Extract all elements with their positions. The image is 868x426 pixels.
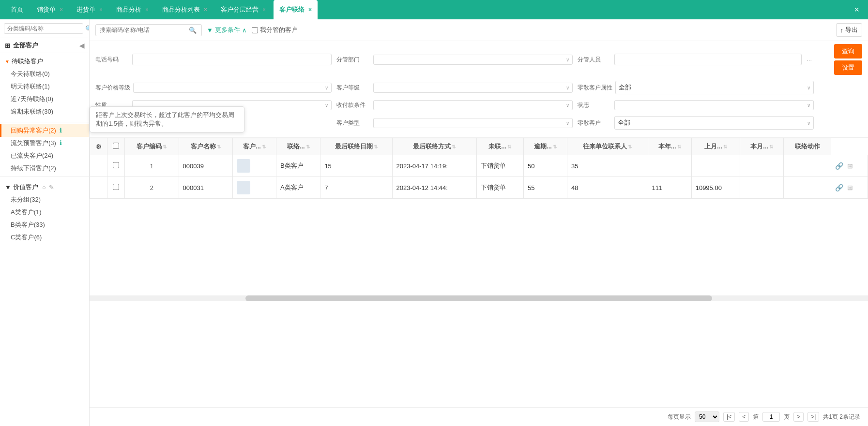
horizontal-scrollbar[interactable] [90,295,868,301]
sidebar-item-7days[interactable]: 近7天待联络(0) [0,93,89,105]
filter-phone-input[interactable] [132,54,332,65]
sidebar-item-class-c[interactable]: C类客户(6) [0,231,89,244]
row2-method[interactable]: 下销货单 [481,184,506,191]
nav-tab-customer-tier[interactable]: 客户分层经营 × [215,0,272,19]
sidebar-item-churned[interactable]: 已流失客户(24) [0,149,89,162]
filter-retail-customer-select[interactable]: 全部 ∨ [614,116,814,130]
row1-method[interactable]: 下销货单 [481,162,506,169]
settings-button[interactable]: 设置 [834,60,862,75]
filter-payment-label: 收付款条件 [336,101,370,109]
filter-retail-customer-label: 零散客户 [578,119,611,127]
search-bar-icon[interactable]: 🔍 [189,27,197,34]
filter-cell-retail-customer: 零散客户 全部 ∨ [578,116,814,130]
row2-grid-icon[interactable]: ⊞ [847,184,853,191]
nav-tab-sales-close[interactable]: × [60,6,63,13]
sidebar-all-customers[interactable]: ⊞ 全部客户 ◀ [0,38,89,53]
nav-tab-analysis[interactable]: 商品分析 × [110,0,154,19]
filter-cell-retail-attr: 零散客户属性 全部 ∨ [578,81,814,94]
th-code-sort-icon[interactable]: ⇅ [163,144,167,149]
sidebar-item-unclassified[interactable]: 未分组(32) [0,193,89,206]
filter-manager-input[interactable] [614,54,802,65]
row2-link-icon[interactable]: 🔗 [835,184,843,191]
window-close-button[interactable]: × [850,5,863,15]
per-page-select[interactable]: 50 100 [695,411,719,422]
th-contact-count-label: 联络... [287,142,305,151]
th-overdue-sort-icon[interactable]: ⇅ [553,144,557,149]
nav-tab-purchase[interactable]: 进货单 × [71,0,108,19]
search-input[interactable] [100,27,187,33]
sidebar-item-churn-warning[interactable]: 流失预警客户(3) ℹ [0,137,89,149]
export-button[interactable]: ↑ 导出 [836,23,863,37]
th-method-sort-icon[interactable]: ⇅ [452,144,456,149]
td-overdue-2: 48 [567,177,648,199]
value-group-edit2-icon[interactable]: ✎ [49,184,54,191]
row1-grid-icon[interactable]: ⊞ [847,162,853,170]
th-contact-sort-icon[interactable]: ⇅ [306,144,310,149]
row2-checkbox[interactable] [113,184,119,190]
per-page-label: 每页显示 [668,413,691,421]
filter-cell-price-grade: 客户价格等级 ∨ [95,83,332,93]
filter-retail-attr-select[interactable]: 全部 ∨ [615,81,814,94]
row2-overdue: 48 [571,184,578,191]
sidebar-item-class-b[interactable]: B类客户(33) [0,219,89,231]
select-all-checkbox[interactable] [113,143,119,149]
sidebar-item-overdue[interactable]: 逾期未联络(30) [0,105,89,118]
query-button[interactable]: 查询 [834,44,862,59]
th-uncontacted-sort-icon[interactable]: ⇅ [507,144,511,149]
td-overdue-1: 35 [567,155,648,177]
sidebar-item-class-a-label: A类客户(1) [11,208,42,216]
nav-tab-analysis-close[interactable]: × [145,6,149,13]
filter-payment-select[interactable]: ∨ [373,100,573,110]
filter-customer-type-select[interactable]: ∨ [373,118,573,128]
filter-price-grade-select[interactable]: ∨ [133,83,332,93]
sidebar-item-class-a[interactable]: A类客户(1) [0,206,89,219]
sidebar-search-input[interactable] [4,23,83,34]
nav-tab-sales[interactable]: 销货单 × [31,0,69,19]
nav-tab-customer-contact-close[interactable]: × [308,6,312,13]
td-name-1 [233,155,276,177]
nav-tab-customer-tier-close[interactable]: × [262,6,266,13]
scrollbar-thumb[interactable] [245,295,713,301]
settings-gear-icon[interactable]: ⚙ [96,143,102,150]
th-date-sort-icon[interactable]: ⇅ [374,144,378,149]
th-action: 联络动作 [784,138,831,155]
filter-customer-grade-select[interactable]: ∨ [373,83,573,93]
filter-dept-select[interactable]: ∨ [373,55,573,65]
sidebar-item-repurchase-anomaly[interactable]: 回购异常客户(2) ℹ [0,124,89,137]
sidebar-value-group-title[interactable]: ▼ 价值客户 ○ ✎ [0,181,89,193]
sidebar-item-today[interactable]: 今天待联络(0) [0,68,89,80]
th-type-sort-icon[interactable]: ⇅ [262,144,266,149]
th-name-sort-icon[interactable]: ⇅ [217,144,221,149]
my-customers-checkbox[interactable] [252,27,258,33]
nav-tab-purchase-close[interactable]: × [99,6,103,13]
last-page-btn[interactable]: >| [807,412,819,422]
sidebar-item-repurchase-label: 回购异常客户(2) [11,127,56,134]
page-unit-label: 页 [784,413,790,421]
sidebar-item-declining[interactable]: 持续下滑客户(2) [0,162,89,175]
next-page-btn[interactable]: > [793,412,804,422]
row1-link-icon[interactable]: 🔗 [835,162,843,170]
sidebar-group-pending-title[interactable]: ▼ 待联络客户 [0,55,89,68]
th-person-sort-icon[interactable]: ⇅ [628,144,632,149]
page-input[interactable] [762,412,780,422]
sidebar-item-tomorrow[interactable]: 明天待联络(1) [0,80,89,93]
th-last-month-sort-icon[interactable]: ⇅ [723,144,727,149]
nav-tab-analysis-list-close[interactable]: × [204,6,207,13]
filter-status-select[interactable]: ∨ [614,100,814,110]
row2-contact-person: 111 [652,184,663,191]
value-group-edit-icon[interactable]: ○ [42,184,46,191]
th-year-sort-icon[interactable]: ⇅ [677,144,681,149]
filter-more-conditions[interactable]: ▼ 更多条件 ∧ [207,26,247,34]
filter-cell-customer-grade: 客户等级 ∨ [336,83,573,93]
th-this-month-sort-icon[interactable]: ⇅ [769,144,773,149]
nav-tab-home[interactable]: 首页 [5,0,29,19]
manager-dots-icon[interactable]: ··· [805,56,814,63]
first-page-btn[interactable]: |< [723,412,735,422]
sidebar-search-icon[interactable]: 🔍 [85,25,90,32]
nav-tab-customer-contact[interactable]: 客户联络 × [274,0,318,19]
sidebar-collapse-icon[interactable]: ◀ [79,42,84,49]
row1-checkbox[interactable] [113,162,119,168]
prev-page-btn[interactable]: < [739,412,749,422]
nav-tab-analysis-list[interactable]: 商品分析列表 × [156,0,213,19]
sidebar-item-today-label: 今天待联络(0) [11,70,50,77]
